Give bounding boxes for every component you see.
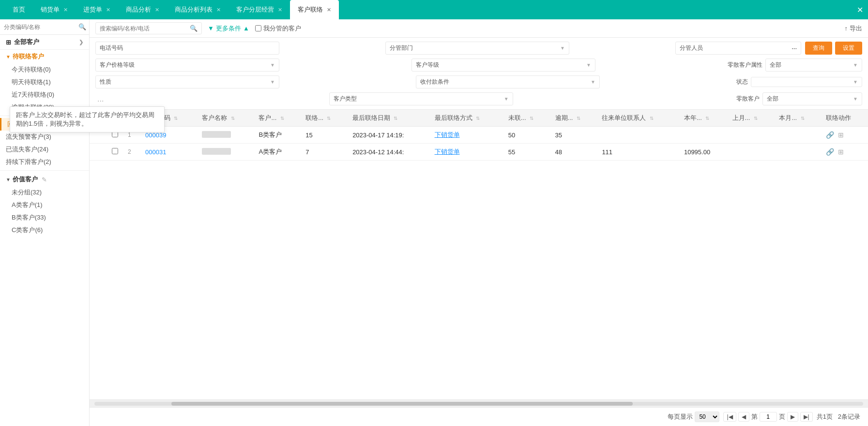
row-contact-person bbox=[597, 127, 679, 144]
search-icon[interactable]: 🔍 bbox=[78, 23, 86, 30]
row-this-month bbox=[774, 144, 821, 161]
edit-icon[interactable]: ✎ bbox=[42, 176, 47, 183]
payment-terms-field[interactable]: 收付款条件 ▼ bbox=[416, 75, 600, 88]
row-name[interactable] bbox=[197, 127, 254, 144]
nav-tab-purchase[interactable]: 进货单 ✕ bbox=[76, 0, 118, 19]
page-number-input[interactable] bbox=[760, 412, 777, 422]
sub-dept-field[interactable]: 分管部门 ▼ bbox=[385, 42, 569, 55]
advanced-filters: 电话号码 分管部门 ▼ 分管人员 ··· 查询 设置 bbox=[90, 38, 868, 110]
customer-level-field[interactable]: 客户等级 ▼ bbox=[411, 59, 595, 72]
sidebar-item-all-customers[interactable]: ⊞ 全部客户 ❯ bbox=[0, 35, 89, 50]
search-icon[interactable]: 🔍 bbox=[190, 25, 198, 32]
this-year-col-header[interactable]: 本年... ⇅ bbox=[679, 110, 728, 127]
chevron-down-icon: ▼ bbox=[853, 62, 858, 68]
row-name[interactable] bbox=[197, 144, 254, 161]
triangle-down-icon: ▼ bbox=[6, 54, 11, 59]
nav-tab-sales[interactable]: 销货单 ✕ bbox=[33, 0, 76, 19]
per-page-selector: 每页显示 50 20 100 bbox=[668, 411, 719, 422]
settings-button[interactable]: 设置 bbox=[835, 42, 862, 55]
row-actions: 🔗 ⊞ bbox=[821, 144, 868, 161]
row-checkbox[interactable] bbox=[107, 144, 123, 161]
sort-icon: ⇅ bbox=[577, 116, 580, 121]
nav-tab-product-list[interactable]: 商品分析列表 ✕ bbox=[167, 0, 228, 19]
grid-icon: ⊞ bbox=[6, 39, 11, 46]
horizontal-scrollbar[interactable] bbox=[90, 399, 868, 407]
more-conditions-button[interactable]: ▼ 更多条件 ▲ bbox=[208, 24, 249, 33]
sidebar-item-class-b[interactable]: B类客户(33) bbox=[0, 211, 89, 224]
unreached-col-header[interactable]: 未联... ⇅ bbox=[503, 110, 550, 127]
more-dots-button[interactable]: ... bbox=[95, 93, 106, 105]
prev-page-button[interactable]: ◀ bbox=[738, 412, 749, 422]
retail-customer-field[interactable]: 全部 ▼ bbox=[762, 92, 862, 105]
row-code[interactable]: 000031 bbox=[140, 144, 197, 161]
row-settings bbox=[90, 144, 107, 161]
close-icon[interactable]: ✕ bbox=[106, 7, 110, 13]
overdue-col-header[interactable]: 逾期... ⇅ bbox=[550, 110, 597, 127]
this-month-col-header[interactable]: 本月... ⇅ bbox=[774, 110, 821, 127]
price-level-field[interactable]: 客户价格等级 ▼ bbox=[95, 59, 279, 72]
scrollbar-thumb[interactable] bbox=[171, 402, 633, 406]
row-select-checkbox[interactable] bbox=[112, 148, 118, 154]
nav-tab-customer-contact[interactable]: 客户联络 ✕ bbox=[290, 0, 339, 19]
contact-person-col-header[interactable]: 往来单位联系人 ⇅ bbox=[597, 110, 679, 127]
export-button[interactable]: ↑ 导出 bbox=[845, 24, 863, 33]
content-area: 🔍 ▼ 更多条件 ▲ 我分管的客户 ↑ 导出 电话号码 bbox=[90, 19, 868, 426]
row-last-contact-method[interactable]: 下销货单 bbox=[430, 127, 503, 144]
more-icon[interactable]: ··· bbox=[792, 44, 797, 52]
next-page-button[interactable]: ▶ bbox=[787, 412, 798, 422]
sort-icon: ⇅ bbox=[231, 116, 235, 121]
row-this-year: 10995.00 bbox=[679, 144, 728, 161]
last-page-button[interactable]: ▶| bbox=[800, 412, 813, 422]
contact-col-header[interactable]: 联络... ⇅ bbox=[301, 110, 348, 127]
sidebar-item-7days[interactable]: 近7天待联络(0) bbox=[0, 88, 89, 101]
close-icon[interactable]: ✕ bbox=[155, 7, 159, 13]
row-category: B类客户 bbox=[254, 127, 301, 144]
sidebar-search-input[interactable] bbox=[4, 24, 76, 30]
sidebar-item-tomorrow[interactable]: 明天待联络(1) bbox=[0, 76, 89, 88]
link-icon[interactable]: 🔗 bbox=[826, 131, 834, 139]
last-contact-date-col-header[interactable]: 最后联络日期 ⇅ bbox=[348, 110, 429, 127]
sidebar-group-pending[interactable]: ▼ 待联络客户 bbox=[0, 50, 89, 63]
sidebar-item-already-lost[interactable]: 已流失客户(24) bbox=[0, 143, 89, 156]
close-icon[interactable]: ✕ bbox=[63, 7, 68, 13]
sidebar-item-ungrouped[interactable]: 未分组(32) bbox=[0, 186, 89, 199]
link-icon[interactable]: 🔗 bbox=[826, 148, 834, 156]
query-button[interactable]: 查询 bbox=[805, 42, 832, 55]
name-col-header[interactable]: 客户名称 ⇅ bbox=[197, 110, 254, 127]
close-icon[interactable]: ✕ bbox=[278, 7, 282, 13]
per-page-select[interactable]: 50 20 100 bbox=[695, 411, 719, 422]
row-unreached: 55 bbox=[503, 144, 550, 161]
my-customers-check[interactable] bbox=[255, 25, 261, 31]
chevron-down-icon: ▼ bbox=[586, 62, 591, 68]
my-customers-checkbox[interactable]: 我分管的客户 bbox=[255, 24, 301, 33]
close-icon[interactable]: ✕ bbox=[327, 7, 331, 13]
sidebar-item-class-a[interactable]: A类客户(1) bbox=[0, 199, 89, 211]
last-month-col-header[interactable]: 上月... ⇅ bbox=[728, 110, 775, 127]
retail-attr-field[interactable]: 全部 ▼ bbox=[765, 59, 862, 72]
nav-tab-product-analysis[interactable]: 商品分析 ✕ bbox=[118, 0, 167, 19]
tooltip: 距客户上次交易时长，超过了此客户的平均交易周期的1.5倍，则视为异常。 bbox=[10, 106, 165, 132]
sub-person-field[interactable]: 分管人员 ··· bbox=[675, 42, 801, 55]
nav-tab-customer-layer[interactable]: 客户分层经营 ✕ bbox=[228, 0, 290, 19]
status-field[interactable]: ▼ bbox=[751, 77, 862, 87]
nav-tab-home[interactable]: 首页 bbox=[5, 0, 33, 19]
close-icon[interactable]: ✕ bbox=[216, 7, 221, 13]
sidebar-item-class-c[interactable]: C类客户(6) bbox=[0, 224, 89, 236]
customer-type-field[interactable]: 客户类型 ▼ bbox=[329, 92, 513, 105]
gender-field[interactable]: 性质 ▼ bbox=[95, 75, 279, 88]
sidebar: 🔍 ⊞ 全部客户 ❯ ▼ 待联络客户 今天待联络(0) 明天待联络(1) 近7天… bbox=[0, 19, 90, 426]
row-last-contact-date: 2023-04-17 14:19: bbox=[348, 127, 429, 144]
customer-search-input[interactable] bbox=[100, 25, 188, 32]
category-col-header[interactable]: 客户... ⇅ bbox=[254, 110, 301, 127]
row-last-contact-method[interactable]: 下销货单 bbox=[430, 144, 503, 161]
grid-action-icon[interactable]: ⊞ bbox=[838, 148, 844, 156]
grid-action-icon[interactable]: ⊞ bbox=[838, 131, 844, 139]
sidebar-value-customers-group[interactable]: ▼ 价值客户 ✎ bbox=[0, 173, 89, 186]
sidebar-item-declining[interactable]: 持续下滑客户(2) bbox=[0, 156, 89, 168]
sort-icon: ⇅ bbox=[801, 116, 805, 121]
first-page-button[interactable]: |◀ bbox=[723, 412, 736, 422]
last-contact-method-col-header[interactable]: 最后联络方式 ⇅ bbox=[430, 110, 503, 127]
phone-field[interactable]: 电话号码 bbox=[95, 42, 279, 55]
close-all-button[interactable]: ✕ bbox=[857, 5, 863, 15]
sidebar-item-today[interactable]: 今天待联络(0) bbox=[0, 63, 89, 76]
